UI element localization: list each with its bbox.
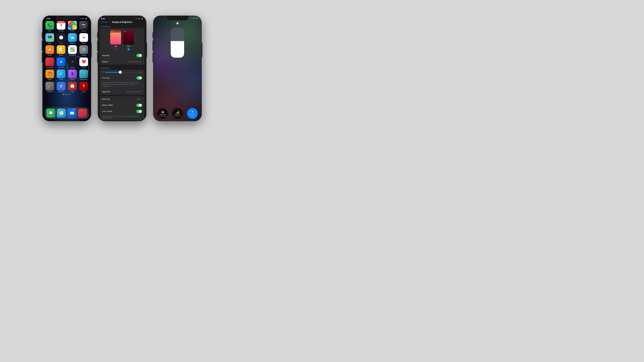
app-carrot[interactable]: 🥕 CARROT® xyxy=(45,82,55,93)
weather-label: Weather xyxy=(70,42,75,44)
app-appstore[interactable]: A App Store xyxy=(56,57,66,68)
app-maps[interactable]: 🗺 Maps xyxy=(45,33,55,44)
dock-safari[interactable]: 🧭 xyxy=(57,109,66,117)
app-reminders[interactable]: ✅ Reminders xyxy=(68,45,78,56)
home-label: Home xyxy=(48,54,52,56)
cc-appearance-button[interactable]: ◑ Appearance Dark Until 7:00 AM xyxy=(157,108,168,119)
phone2-frame: 6:54 ▪▪▪ WiFi 🔋 ‹ Settings Display & Bri… xyxy=(98,15,146,121)
news-icon: N xyxy=(79,33,88,42)
atbat-label: At Bat xyxy=(70,91,74,93)
app-tesla[interactable]: T Tesla xyxy=(79,82,89,93)
light-option[interactable]: 9:41 Light xyxy=(110,30,121,50)
app-calendar[interactable]: Monday 3 1 Calendar xyxy=(56,21,66,32)
app-news[interactable]: N News xyxy=(79,33,89,44)
itunes-icon: 🎵 xyxy=(46,57,54,66)
lock-unlock-toggle[interactable] xyxy=(136,110,142,113)
page-dot-3 xyxy=(66,94,67,95)
brightness-track[interactable] xyxy=(105,72,139,73)
chevron-left-icon: ‹ xyxy=(100,21,101,23)
cc-brightness-fill xyxy=(171,41,184,58)
cc-true-tone-button[interactable]: ☀ True Tone On xyxy=(187,108,198,119)
night-shift-row[interactable]: Night Shift 10:00 PM to 7:00 AM › xyxy=(100,89,144,95)
dock-messages[interactable]: 💬 xyxy=(46,109,56,117)
true-tone-toggle[interactable] xyxy=(136,76,142,80)
books-icon: 📚 xyxy=(46,69,54,78)
app-home[interactable]: 🏠 Home xyxy=(45,45,55,56)
app-notes[interactable]: 📝 Notes xyxy=(56,45,66,56)
power-button-2[interactable] xyxy=(146,42,147,57)
activity-label: Activity xyxy=(70,67,74,68)
app-photos[interactable]: Photos xyxy=(68,21,78,32)
cc-brightness-bar[interactable] xyxy=(171,27,184,58)
raise-wake-row[interactable]: Raise to Wake xyxy=(100,102,144,108)
app-itunes[interactable]: 🎵 iTunes Store xyxy=(45,57,55,68)
automatic-toggle[interactable] xyxy=(136,54,142,57)
settings-page-title: Display & Brightness xyxy=(112,21,132,23)
control-center-screen: ▪▪▪ WiFi 🔋 ✦ xyxy=(153,15,202,121)
page-dot-2 xyxy=(65,94,66,95)
auto-lock-row[interactable]: Auto-Lock Never › xyxy=(100,96,144,102)
cc-brightness-container[interactable] xyxy=(156,27,199,58)
dark-radio[interactable] xyxy=(128,48,130,50)
app-weather[interactable]: ⛅ Weather xyxy=(68,33,78,44)
app-things[interactable]: ✔ 1 Things xyxy=(56,69,66,80)
dark-option[interactable]: 9:41 Dark xyxy=(123,30,134,50)
calendar-label: Calendar xyxy=(58,30,64,32)
page-dot-1 xyxy=(63,94,64,95)
app-atbat[interactable]: ⚾ At Bat xyxy=(68,82,78,93)
cc-brightness-top xyxy=(171,27,184,41)
auto-lock-chevron: › xyxy=(142,98,142,100)
raise-wake-label: Raise to Wake xyxy=(102,104,113,106)
brightness-slider-row: ☀ ☀ xyxy=(102,71,142,73)
mail-badge: 10,510 xyxy=(72,109,76,110)
cc-battery: 🔋 xyxy=(196,17,198,19)
app-activity[interactable]: 🏃 Activity xyxy=(68,57,78,68)
power-button-3[interactable] xyxy=(202,42,202,57)
app-books[interactable]: 📚 Books xyxy=(45,69,55,80)
status-icons: ▪▪ WiFi 🔋 xyxy=(80,18,87,19)
light-radio[interactable] xyxy=(114,48,117,50)
wifi-icon: WiFi xyxy=(82,18,84,19)
weather-icon: ⛅ xyxy=(68,33,77,42)
power-button[interactable] xyxy=(91,42,92,57)
cc-signal: ▪▪▪ xyxy=(190,17,192,19)
options-chevron: › xyxy=(142,61,142,63)
cc-status-bar: ▪▪▪ WiFi 🔋 xyxy=(153,15,202,20)
app-row-1: 📞 27 Phone Monday 3 1 Calendar xyxy=(42,20,91,32)
calendar-icon: Monday 3 1 xyxy=(57,21,66,30)
app-health[interactable]: ❤️ Health xyxy=(79,57,89,68)
options-row[interactable]: Options Dark Until 7:00 AM › xyxy=(100,59,144,65)
automatic-row[interactable]: Automatic xyxy=(100,52,144,59)
app-camera[interactable]: 📷 Camera xyxy=(79,21,89,32)
cc-appearance-icon: ◑ xyxy=(161,110,164,114)
cc-widgets-area: ✦ xyxy=(153,20,202,59)
app-shortcuts[interactable]: ⚡ Shortcuts xyxy=(56,82,66,93)
cc-wifi: WiFi xyxy=(193,17,196,19)
reminders-icon: ✅ xyxy=(68,45,77,54)
dock-music[interactable]: 🎵 xyxy=(78,109,88,117)
raise-wake-toggle[interactable] xyxy=(136,104,142,107)
calendar-badge: 1 xyxy=(64,21,66,22)
cc-sun-icon: ✦ xyxy=(176,21,179,26)
app-phone[interactable]: 📞 27 Phone xyxy=(45,21,55,32)
lock-unlock-row[interactable]: Lock / Unlock xyxy=(100,108,144,115)
app-clock[interactable]: 🕐 Clock xyxy=(56,33,66,44)
app-settings[interactable]: ⚙️ Settings xyxy=(79,45,89,56)
dock-mail[interactable]: ✉️ 10,510 xyxy=(68,109,77,117)
back-button[interactable]: ‹ Settings xyxy=(100,21,107,23)
health-label: Health xyxy=(82,67,86,68)
camera-label: Camera xyxy=(81,30,86,32)
brightness-thumb[interactable] xyxy=(119,71,122,74)
cc-sun-container: ✦ xyxy=(156,21,199,26)
cc-status-icons: ▪▪▪ WiFi 🔋 xyxy=(190,17,198,19)
app-mfp[interactable]: 🏋 MyFitnessPal xyxy=(79,69,89,80)
true-tone-row[interactable]: True Tone xyxy=(100,75,144,81)
settings-signal: ▪▪▪ xyxy=(136,18,137,19)
app-podcasts[interactable]: 🎙 Podcasts xyxy=(68,69,78,80)
music-icon: 🎵 xyxy=(78,109,87,117)
appearance-section-label: APPEARANCE xyxy=(98,25,146,28)
cc-appearance-sub: Dark Until 7:00 AM xyxy=(158,116,167,117)
night-shift-value: 10:00 PM to 7:00 AM xyxy=(127,91,141,93)
cc-night-shift-button[interactable]: 🌙 Night Shift Off Until 10:00 PM xyxy=(172,108,183,119)
true-tone-description: Automatically adapt iPhone display based… xyxy=(100,81,144,89)
